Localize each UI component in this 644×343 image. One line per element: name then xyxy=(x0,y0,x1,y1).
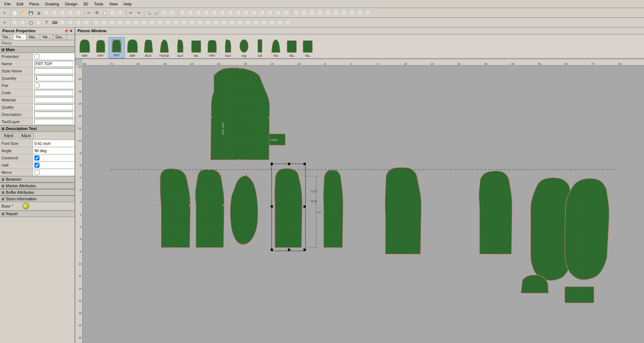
tb2-b32[interactable]: ⬜ xyxy=(252,19,260,26)
tb2-b22[interactable]: ⬜ xyxy=(173,19,180,26)
section-main[interactable]: Main xyxy=(0,46,75,53)
tb-b4[interactable]: ⬜ xyxy=(75,9,82,16)
tb-b7[interactable]: ⬜ xyxy=(161,9,168,16)
thumb-item-wl-13[interactable]: WL xyxy=(284,38,300,58)
tb2-b3[interactable]: ⬜ xyxy=(19,19,26,26)
section-sizes-info[interactable]: Sizes Information xyxy=(0,196,75,202)
tb-b11[interactable]: ⬜ xyxy=(195,9,202,16)
thumb-item-hd-12[interactable]: HD xyxy=(268,38,284,58)
tb2-b25[interactable]: ⬜ xyxy=(197,19,204,26)
menu-edit[interactable]: Edit xyxy=(14,1,26,7)
tb2-b8[interactable]: ⬜ xyxy=(59,19,66,26)
section-marker-attrs[interactable]: Marker Attributes xyxy=(0,183,75,189)
base-circle[interactable] xyxy=(22,203,29,209)
tb-cut[interactable]: ✂ xyxy=(85,9,92,16)
menu-piece[interactable]: Piece xyxy=(26,1,42,7)
tb2-b30[interactable]: ⬜ xyxy=(236,19,244,26)
menu-view[interactable]: View xyxy=(106,1,121,7)
tb-b2[interactable]: ⬜ xyxy=(59,9,66,16)
section-behavior[interactable]: Behavior xyxy=(0,176,75,183)
tb-paste[interactable]: 📋 xyxy=(101,9,108,16)
tb2-b10[interactable]: ⬜ xyxy=(75,19,82,26)
tb-b8[interactable]: ⬜ xyxy=(169,9,176,16)
tb-b26[interactable]: ⬜ xyxy=(317,9,324,16)
tb2-b5[interactable]: ⬜ xyxy=(35,19,42,26)
description-input[interactable] xyxy=(34,112,73,117)
tb2-b21[interactable]: ⬜ xyxy=(165,19,172,26)
canvas[interactable]: FRT TOP HOOD xyxy=(83,66,644,343)
thumb-item-frt-8[interactable]: FRT xyxy=(204,38,220,58)
tab-vie[interactable]: Vie... xyxy=(40,34,53,40)
piece-frt-lower[interactable] xyxy=(195,169,224,248)
tb-b24[interactable]: ⬜ xyxy=(301,9,308,16)
piece-far-right-1[interactable] xyxy=(479,171,512,254)
tb2-b7[interactable]: ⌨ xyxy=(51,19,58,26)
tb2-b20[interactable]: ⬜ xyxy=(157,19,164,26)
tb-new[interactable]: 📄 xyxy=(11,9,18,16)
tb2-b17[interactable]: ⬜ xyxy=(133,19,140,26)
tb2-b31[interactable]: ⬜ xyxy=(244,19,252,26)
tb-b18[interactable]: ⬜ xyxy=(251,9,258,16)
tb2-b19[interactable]: ⬜ xyxy=(149,19,156,26)
tb2-b34[interactable]: ⬜ xyxy=(268,19,275,26)
adjust-btn-1[interactable]: Adjust xyxy=(1,133,16,138)
adjust-btn-2[interactable]: Adjust xyxy=(18,133,34,138)
material-input[interactable] xyxy=(34,97,73,103)
thumb-item-wl-7[interactable]: WL xyxy=(188,38,204,58)
tb-b1[interactable]: ⬜ xyxy=(51,9,58,16)
tab-pie[interactable]: Pie... xyxy=(13,34,26,40)
tb2-b18[interactable]: ⬜ xyxy=(141,19,148,26)
tb2-b13[interactable]: ⬜ xyxy=(101,19,108,26)
tb-b20[interactable]: ⬜ xyxy=(267,9,274,16)
tb-b29[interactable]: ⬜ xyxy=(341,9,348,16)
piece-very-far-right[interactable] xyxy=(565,178,609,280)
tb-print[interactable]: 🖨 xyxy=(35,9,42,16)
thumb-item-slv-9[interactable]: SLV xyxy=(220,38,236,58)
thumb-item-wr-3[interactable]: WR xyxy=(125,38,140,58)
canvas-area[interactable]: -80-72-64-56-48-40-32-24-16-808162432404… xyxy=(75,59,644,343)
menu-3d[interactable]: 3D xyxy=(80,1,91,7)
tb-b28[interactable]: ⬜ xyxy=(333,9,340,16)
tb-b27[interactable]: ⬜ xyxy=(325,9,332,16)
menu-help[interactable]: Help xyxy=(121,1,135,7)
protected-checkbox[interactable] xyxy=(34,54,39,59)
centered-checkbox[interactable] xyxy=(34,155,39,160)
thumb-item-slv-6[interactable]: SLV xyxy=(172,38,188,58)
tb-save[interactable]: 💾 xyxy=(27,9,34,16)
tb-b15[interactable]: ⬜ xyxy=(227,9,234,16)
tb2-b1[interactable]: ↖ xyxy=(1,19,8,26)
menu-design[interactable]: Design xyxy=(62,1,80,7)
section-buffer-attrs[interactable]: Buffer Attributes xyxy=(0,189,75,196)
tb-b9[interactable]: ⬜ xyxy=(179,9,186,16)
piece-slv-curve[interactable] xyxy=(230,175,258,245)
tb-b6[interactable]: ⬜ xyxy=(117,9,124,16)
tb-b31[interactable]: ⬜ xyxy=(357,9,364,16)
thumb-item-frt-2[interactable]: FRT xyxy=(109,37,125,58)
half-checkbox[interactable] xyxy=(34,163,39,168)
tb2-b6[interactable]: T xyxy=(43,19,50,26)
piece-frt-top[interactable]: FRT TOP xyxy=(210,67,270,161)
tb2-b4[interactable]: ◯ xyxy=(27,19,34,26)
tb2-b29[interactable]: ⬜ xyxy=(228,19,236,26)
tb-b17[interactable]: ⬜ xyxy=(243,9,250,16)
tb-b12[interactable]: ⬜ xyxy=(203,9,210,16)
thumb-item-hood-5[interactable]: HOOD xyxy=(156,38,172,58)
panel-pin[interactable]: 📌 ✕ xyxy=(64,29,72,33)
thumb-item-org-10[interactable]: org xyxy=(236,38,252,58)
tb-copy[interactable]: ⧉ xyxy=(93,9,100,16)
tb-b21[interactable]: ⬜ xyxy=(275,9,282,16)
tb2-b9[interactable]: ⬜ xyxy=(67,19,74,26)
tb-zoomin[interactable]: 🔍 xyxy=(145,9,152,16)
menu-grading[interactable]: Grading xyxy=(42,1,62,7)
tb-print2[interactable]: ⬜ xyxy=(43,9,50,16)
piece-patch[interactable] xyxy=(521,275,548,293)
thumb-item-bck-4[interactable]: BCK xyxy=(140,38,156,58)
tb2-b35[interactable]: ⬜ xyxy=(276,19,283,26)
tb2-b27[interactable]: ⬜ xyxy=(212,19,220,26)
tb2-b23[interactable]: ⬜ xyxy=(181,19,188,26)
menu-file[interactable]: File xyxy=(1,1,14,7)
tab-gra[interactable]: Gra... xyxy=(53,34,67,40)
tool-layer-input[interactable] xyxy=(34,119,73,125)
tb2-b28[interactable]: ⬜ xyxy=(220,19,228,26)
piece-selected[interactable]: 21.37 23.26 5.5 xyxy=(271,163,321,251)
